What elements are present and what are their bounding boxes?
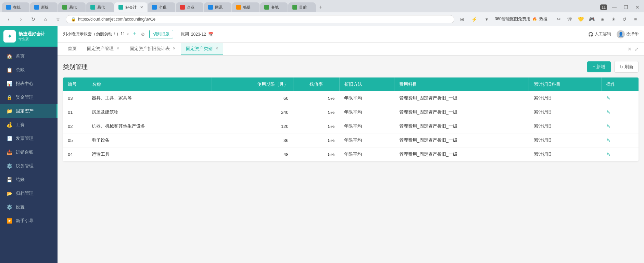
sidebar-item-结账[interactable]: 💾 结账 [0, 173, 58, 187]
browser-tab-9[interactable]: 各地 [260, 2, 288, 12]
content-tab-2[interactable]: 固定资产折旧统计表 ✕ [125, 43, 180, 55]
browser-forward-button[interactable]: › [16, 15, 25, 24]
cell-code-1[interactable]: 01 [63, 105, 87, 119]
sidebar-item-资金管理[interactable]: 🔒 资金管理 [0, 91, 58, 104]
history-button[interactable]: ↺ [620, 15, 629, 24]
nav-label-0: 首页 [16, 53, 25, 59]
nav-label-9: 结账 [16, 177, 25, 183]
cell-rate-2: 5% [293, 119, 339, 133]
content-tab-1[interactable]: 固定资产管理 ✕ [82, 43, 124, 55]
ssl-lock-icon: 🔒 [71, 17, 76, 22]
tab-minimize-button[interactable]: ✕ [628, 46, 632, 52]
browser-search-bar[interactable]: 360智能抠图免费用 🔥 热搜 [495, 16, 547, 22]
content-tab-close-3[interactable]: ✕ [215, 46, 218, 51]
tab-expand-button[interactable]: ⤢ [634, 46, 639, 52]
address-dropdown-button[interactable]: ▾ [482, 15, 491, 24]
cell-actions-0[interactable]: ✎ [602, 91, 639, 105]
url-input[interactable]: 🔒 https://cloud.chanjet.com/accounting/u… [66, 15, 454, 23]
edit-button-2[interactable]: ✎ [606, 123, 610, 129]
edit-button-4[interactable]: ✎ [606, 152, 610, 157]
sidebar-item-总账[interactable]: 📋 总账 [0, 63, 58, 77]
translate-button[interactable]: 译 [565, 15, 574, 24]
cell-actions-1[interactable]: ✎ [602, 105, 639, 119]
settings-button[interactable]: ⚙ [141, 32, 145, 37]
browser-tab-5[interactable]: 个税 [148, 2, 175, 12]
nav-icon-12: ▶️ [6, 218, 12, 224]
refresh-button[interactable]: ↻ 刷新 [614, 61, 639, 73]
content-tab-0[interactable]: 首页 [63, 43, 81, 55]
boost-button[interactable]: ⚡ [470, 15, 479, 24]
consultant-button[interactable]: 🎧 人工咨询 [588, 31, 611, 37]
browser-menu-button[interactable]: ≡ [631, 15, 640, 24]
switch-to-old-button[interactable]: 切到旧版 [149, 30, 173, 38]
site-info-button[interactable]: ⊞ [458, 15, 467, 24]
content-tab-close-2[interactable]: ✕ [173, 46, 176, 51]
calendar-icon[interactable]: 📅 [208, 32, 213, 37]
cell-code-0[interactable]: 03 [63, 91, 87, 105]
new-tab-button[interactable]: + [316, 3, 325, 12]
cell-actions-3[interactable]: ✎ [602, 133, 639, 147]
period-value: 2023-12 [191, 32, 206, 37]
sidebar-item-发票管理[interactable]: 🧾 发票管理 [0, 132, 58, 145]
user-info[interactable]: 刘小艳演示账套（勿删勿动！）11 ▾ [63, 31, 129, 37]
add-button[interactable]: + 新增 [587, 61, 611, 72]
sidebar-item-工资[interactable]: 💰 工资 [0, 118, 58, 132]
browser-refresh-button[interactable]: ↻ [29, 15, 38, 24]
cell-expense-0: 管理费用_固定资产折旧_一级 [394, 91, 529, 105]
sidebar-item-首页[interactable]: 🏠 首页 [0, 49, 58, 63]
grid-button[interactable]: ⊞ [598, 15, 607, 24]
theme-button[interactable]: ☀ [609, 15, 618, 24]
table-header-1: 名称 [87, 77, 212, 91]
tab-action-buttons: 11 — ❐ ✕ [600, 3, 642, 12]
cell-actions-4[interactable]: ✎ [602, 147, 639, 162]
browser-back-button[interactable]: ‹ [4, 15, 13, 24]
browser-home-button[interactable]: ⌂ [41, 15, 50, 24]
browser-tab-6[interactable]: 企业 [176, 2, 203, 12]
browser-bookmark-button[interactable]: ☆ [53, 15, 62, 24]
cell-code-4[interactable]: 04 [63, 147, 87, 162]
edit-button-1[interactable]: ✎ [606, 109, 610, 115]
browser-tab-8[interactable]: 畅提 [232, 2, 260, 12]
period-label: 账期 [181, 31, 189, 37]
table-header-0: 编号 [63, 77, 87, 91]
content-tab-close-1[interactable]: ✕ [116, 46, 119, 51]
table-header-3: 残值率 [293, 77, 339, 91]
browser-tab-0[interactable]: 在线 [2, 2, 29, 12]
sidebar-item-进销台账[interactable]: 📥 进销台账 [0, 145, 58, 159]
sidebar-item-归档管理[interactable]: 📂 归档管理 [0, 187, 58, 200]
wallet-button[interactable]: 💛 [576, 15, 585, 24]
tab-label-7: 腾讯 [215, 5, 223, 10]
cell-actions-2[interactable]: ✎ [602, 119, 639, 133]
user-avatar[interactable]: 👤 徐泽华 [617, 30, 639, 38]
browser-tab-4[interactable]: 好会计 ✕ [114, 2, 147, 12]
sidebar-item-税务管理[interactable]: ⚙️ 税务管理 [0, 159, 58, 173]
browser-tab-1[interactable]: 新版 [30, 2, 58, 12]
sidebar-item-新手引导[interactable]: ▶️ 新手引导 [0, 214, 58, 228]
tab-close-4[interactable]: ✕ [140, 5, 143, 10]
games-button[interactable]: 🎮 [587, 15, 596, 24]
search-label: 360智能抠图免费用 [495, 16, 530, 22]
browser-minimize-button[interactable]: — [610, 3, 619, 12]
browser-tab-7[interactable]: 腾讯 [204, 2, 231, 12]
edit-button-0[interactable]: ✎ [606, 95, 610, 101]
browser-restore-button[interactable]: ❐ [621, 3, 630, 12]
browser-tab-2[interactable]: 易代 [58, 2, 86, 12]
sidebar-item-固定资产[interactable]: 📁 固定资产 [0, 104, 58, 118]
cell-code-3[interactable]: 05 [63, 133, 87, 147]
browser-tab-3[interactable]: 易代 [86, 2, 114, 12]
add-account-button[interactable]: + [133, 31, 137, 38]
edit-button-3[interactable]: ✎ [606, 138, 610, 143]
cell-method-2: 年限平均 [339, 119, 394, 133]
cell-name-1: 房屋及建筑物 [87, 105, 212, 119]
cell-code-2[interactable]: 02 [63, 119, 87, 133]
browser-close-button[interactable]: ✕ [633, 3, 642, 12]
tab-favicon-6 [180, 5, 185, 10]
app-container: ✦ 畅捷通好会计 专业版 🏠 首页📋 总账📊 报表中心🔒 资金管理📁 固定资产💰… [0, 26, 644, 263]
cut-button[interactable]: ✂ [554, 15, 563, 24]
sidebar-item-报表中心[interactable]: 📊 报表中心 [0, 77, 58, 91]
content-tab-3[interactable]: 固定资产类别 ✕ [181, 43, 223, 55]
user-dropdown-arrow: ▾ [127, 32, 129, 36]
tab-count-badge[interactable]: 11 [600, 4, 607, 10]
browser-tab-10[interactable]: 目前 [288, 2, 316, 12]
sidebar-item-设置[interactable]: ⚙️ 设置 [0, 200, 58, 214]
